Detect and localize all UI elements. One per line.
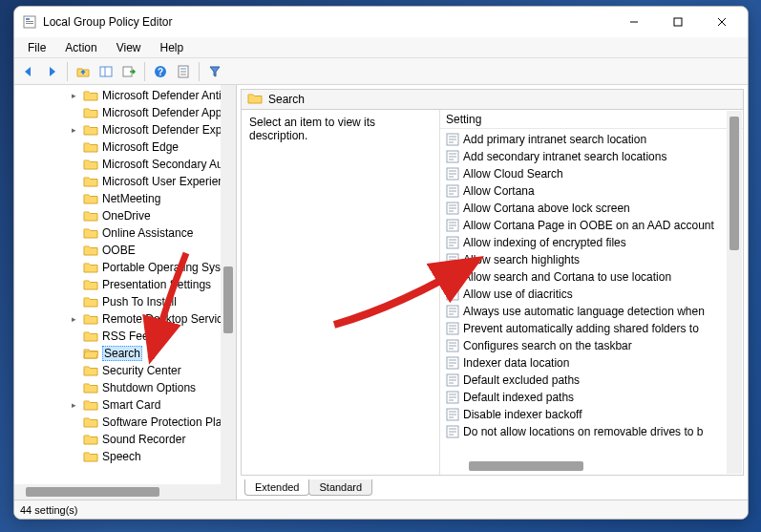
policy-icon (446, 236, 459, 249)
scrollbar-thumb[interactable] (223, 266, 233, 333)
statusbar: 44 setting(s) (14, 500, 748, 519)
setting-row[interactable]: Default excluded paths (440, 372, 743, 389)
tree-item-label: Microsoft Edge (102, 140, 179, 154)
close-button[interactable] (700, 8, 744, 36)
folder-icon (83, 295, 98, 309)
setting-label: Default excluded paths (463, 373, 580, 387)
setting-row[interactable]: Add primary intranet search location (440, 131, 743, 148)
tree-item-label: Online Assistance (102, 226, 193, 240)
detail-header-label: Search (268, 93, 305, 106)
tree-item[interactable]: Microsoft Defender App (14, 104, 236, 121)
setting-label: Add secondary intranet search locations (463, 150, 666, 163)
maximize-button[interactable] (656, 8, 700, 36)
tree-horizontal-scrollbar[interactable] (14, 484, 236, 500)
minimize-button[interactable] (612, 8, 656, 36)
setting-row[interactable]: Prevent automatically adding shared fold… (440, 320, 743, 337)
tree-item[interactable]: ▸Smart Card (14, 396, 236, 414)
setting-row[interactable]: Add secondary intranet search locations (440, 148, 743, 165)
setting-row[interactable]: Allow use of diacritics (440, 286, 743, 303)
setting-label: Allow search highlights (463, 253, 580, 266)
setting-row[interactable]: Disable indexer backoff (440, 406, 743, 423)
tree-item-label: Microsoft User Experienc (102, 175, 230, 188)
tree-item[interactable]: RSS Feeds (14, 328, 236, 345)
menu-view[interactable]: View (107, 39, 151, 56)
folder-icon (247, 92, 263, 108)
tree-item[interactable]: ▸Microsoft Defender Expl (14, 121, 236, 138)
panels-icon[interactable] (95, 61, 116, 82)
scrollbar-thumb[interactable] (26, 487, 159, 497)
help-icon[interactable]: ? (150, 61, 171, 82)
tree-item[interactable]: Microsoft Edge (14, 138, 236, 156)
setting-row[interactable]: Indexer data location (440, 354, 743, 372)
folder-up-icon[interactable] (73, 61, 94, 82)
column-header-label: Setting (446, 113, 481, 126)
policy-icon (446, 391, 459, 404)
expander-icon[interactable]: ▸ (70, 92, 78, 100)
export-icon[interactable] (118, 61, 139, 82)
tree-vertical-scrollbar[interactable] (221, 85, 236, 484)
folder-icon (83, 140, 98, 154)
folder-icon (83, 381, 98, 394)
tree-item[interactable]: OneDrive (14, 207, 236, 224)
expander-icon[interactable]: ▸ (70, 315, 78, 324)
setting-row[interactable]: Default indexed paths (440, 389, 743, 406)
menubar: FileActionViewHelp (14, 37, 748, 58)
setting-row[interactable]: Always use automatic language detection … (440, 303, 743, 320)
tab-extended[interactable]: Extended (244, 479, 309, 496)
description-column: Select an item to view its description. (242, 110, 440, 475)
setting-row[interactable]: Allow Cortana above lock screen (440, 200, 743, 217)
tree-item[interactable]: Security Center (14, 362, 236, 379)
filter-icon[interactable] (204, 61, 225, 82)
setting-row[interactable]: Allow Cortana (440, 182, 743, 200)
tab-standard[interactable]: Standard (308, 479, 372, 496)
tree-item[interactable]: ▸Microsoft Defender Anti (14, 87, 236, 104)
tree-item[interactable]: OOBE (14, 242, 236, 259)
policy-icon (446, 287, 459, 301)
tree-item[interactable]: Online Assistance (14, 224, 236, 242)
tree-item-label: Search (102, 346, 142, 361)
tree-item-label: Shutdown Options (102, 381, 196, 394)
tree-item[interactable]: Search (14, 345, 236, 362)
tree-item[interactable]: Microsoft User Experienc (14, 173, 236, 190)
setting-row[interactable]: Configures search on the taskbar (440, 337, 743, 354)
back-arrow-icon[interactable] (18, 61, 39, 82)
setting-row[interactable]: Do not allow locations on removable driv… (440, 423, 743, 440)
folder-icon (83, 261, 98, 274)
settings-column-header[interactable]: Setting (440, 110, 743, 129)
status-text: 44 setting(s) (20, 504, 78, 516)
settings-list: Add primary intranet search locationAdd … (440, 129, 743, 459)
tree-item-label: Push To Install (102, 295, 177, 309)
tree-item[interactable]: Shutdown Options (14, 379, 236, 396)
expander-icon[interactable]: ▸ (70, 126, 78, 135)
folder-icon (83, 330, 98, 343)
scrollbar-thumb[interactable] (469, 461, 583, 471)
setting-row[interactable]: Allow search and Cortana to use location (440, 268, 743, 286)
policy-icon (446, 253, 459, 266)
tree-item[interactable]: Speech (14, 448, 236, 465)
tree-item[interactable]: Sound Recorder (14, 431, 236, 448)
menu-action[interactable]: Action (55, 39, 106, 56)
tree-item[interactable]: ▸Remote Desktop Service (14, 310, 236, 328)
expander-icon[interactable]: ▸ (70, 401, 78, 410)
tree-item[interactable]: NetMeeting (14, 190, 236, 207)
setting-row[interactable]: Allow indexing of encrypted files (440, 234, 743, 251)
forward-arrow-icon[interactable] (41, 61, 62, 82)
menu-file[interactable]: File (18, 39, 55, 56)
tree-pane: ▸Microsoft Defender AntiMicrosoft Defend… (14, 85, 237, 500)
setting-row[interactable]: Allow search highlights (440, 251, 743, 268)
setting-row[interactable]: Allow Cortana Page in OOBE on an AAD acc… (440, 217, 743, 234)
detail-vertical-scrollbar[interactable] (727, 111, 742, 474)
tree-item-label: OOBE (102, 244, 136, 257)
setting-row[interactable]: Allow Cloud Search (440, 165, 743, 182)
settings-horizontal-scrollbar[interactable] (440, 459, 743, 475)
tree-item-label: Smart Card (102, 398, 160, 412)
tree-item[interactable]: Push To Install (14, 293, 236, 310)
tree-item-label: Remote Desktop Service (102, 312, 229, 326)
scrollbar-thumb[interactable] (729, 117, 739, 250)
properties-icon[interactable] (173, 61, 194, 82)
tree-item[interactable]: Microsoft Secondary Aut (14, 156, 236, 173)
menu-help[interactable]: Help (151, 39, 194, 56)
tree-item[interactable]: Presentation Settings (14, 276, 236, 293)
tree-item[interactable]: Software Protection Platf (14, 414, 236, 431)
tree-item[interactable]: Portable Operating Syste (14, 259, 236, 276)
